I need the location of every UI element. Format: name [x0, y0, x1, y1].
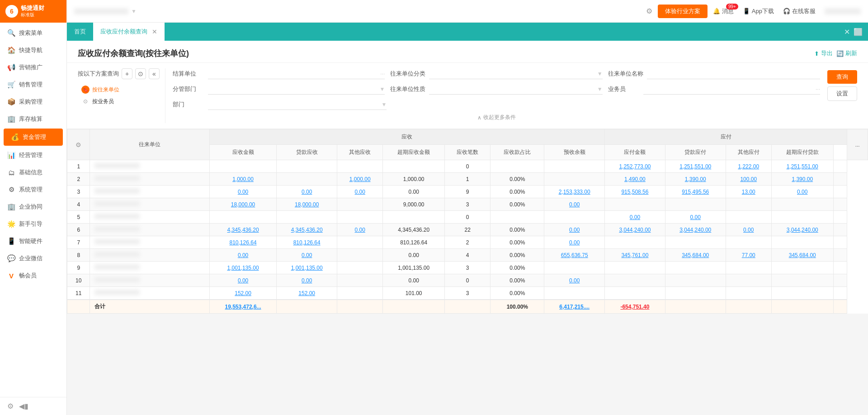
th-ar-count: 应收笔数 [444, 145, 490, 160]
home-icon: 🏠 [7, 46, 15, 54]
collapse-more-btn[interactable]: ∧ 收起更多条件 [173, 112, 820, 123]
export-icon: ⬆ [814, 50, 819, 57]
sidebar-item-guide[interactable]: 🌟 新手引导 [0, 215, 66, 233]
wechat-icon: 💬 [7, 254, 15, 262]
sidebar-item-purchase[interactable]: 📦 采购管理 [0, 93, 66, 110]
th-ar-group: 应收 [209, 129, 604, 145]
guide-icon: 🌟 [7, 220, 15, 228]
tab-query[interactable]: 应收应付余额查询 ✕ [93, 23, 165, 41]
scheme-salesman-icon: ⊙ [81, 97, 90, 105]
sidebar-item-wechat[interactable]: 💬 企业微信 [0, 250, 66, 267]
filter-fields: 结算单位 ··· 往来单位分类 ▼ [173, 68, 820, 123]
edit-scheme-btn[interactable]: ⊙ [135, 68, 146, 79]
sidebar-item-basic[interactable]: 🗂 基础信息 [0, 164, 66, 181]
phone-icon: 📱 [743, 8, 750, 14]
footer-label: 合计 [90, 300, 209, 314]
add-scheme-btn[interactable]: + [122, 68, 132, 79]
sidebar-item-search[interactable]: 🔍 搜索菜单 [0, 24, 66, 42]
th-partner: 往来单位 [90, 129, 209, 160]
online-service-button[interactable]: 🎧 在线客服 [783, 7, 816, 15]
salesman-input[interactable] [643, 84, 816, 94]
th-ar-other: 其他应收 [337, 145, 383, 160]
tab-home[interactable]: 首页 [67, 23, 93, 41]
table-row: 418,000.0018,000.009,000.0030.00%0.00 [67, 198, 868, 211]
settings-bottom-icon[interactable]: ⚙ [7, 402, 14, 410]
th-ap-overdue: 超期应付贷款 [771, 145, 833, 160]
topbar-settings-icon[interactable]: ⚙ [646, 7, 652, 15]
collapse-icon[interactable]: ◀▮ [19, 402, 28, 410]
dept-manager-input[interactable] [208, 84, 379, 94]
th-prepaid: 预收余额 [544, 145, 605, 160]
data-table: ⚙ 往来单位 应收 应付 ... 应收金额 贷款应收 其他应收 超期应收金额 应… [67, 129, 868, 314]
sidebar-item-system[interactable]: ⚙ 系统管理 [0, 181, 66, 198]
footer-ap-overdue [771, 300, 833, 314]
sidebar-item-quicknav[interactable]: 🏠 快捷导航 [0, 42, 66, 59]
filter-unit-name: 往来单位名称 [608, 68, 820, 79]
table-row: 500.000.00 [67, 211, 868, 224]
unit-nature-input[interactable] [429, 84, 597, 94]
search-icon: 🔍 [7, 29, 15, 37]
content-area: 应收应付余额查询(按往来单位) ⬆ 导出 🔄 刷新 [67, 41, 868, 415]
salesman-ellipsis[interactable]: ··· [816, 86, 820, 92]
settlement-unit-input[interactable] [208, 68, 380, 79]
tab-maximize-icon[interactable]: ⬜ [854, 28, 863, 36]
promo-button[interactable]: 体验行业方案 [658, 5, 708, 18]
dept-arrow[interactable]: ▼ [381, 101, 387, 108]
page-header: 应收应付余额查询(按往来单位) ⬆ 导出 🔄 刷新 [67, 41, 868, 63]
filter-settlement-unit: 结算单位 ··· [173, 68, 385, 79]
footer-ar-amount[interactable]: 19,553,472,6... [209, 300, 276, 314]
sidebar-item-vip[interactable]: V 畅会员 [0, 267, 66, 284]
message-button[interactable]: 🔔 消息 99+ [713, 7, 734, 15]
sidebar-item-inventory[interactable]: 🏢 库存核算 [0, 110, 66, 128]
sidebar-bottom: ⚙ ◀▮ [0, 397, 66, 415]
unit-nature-arrow[interactable]: ▼ [597, 86, 603, 92]
th-settings[interactable]: ⚙ [67, 129, 90, 160]
sidebar-item-enterprise[interactable]: 🏢 企业协同 [0, 198, 66, 215]
footer-ar-overdue [383, 300, 445, 314]
footer-ar-count [444, 300, 490, 314]
page-actions: ⬆ 导出 🔄 刷新 [814, 49, 857, 57]
topbar-breadcrumb: ▼ [74, 8, 641, 14]
table-row: 91,001,135.001,001,135.001,001,135.0030.… [67, 262, 868, 274]
sidebar-item-finance[interactable]: 💰 资金管理 [4, 129, 63, 146]
tab-close-window-icon[interactable]: ✕ [844, 28, 850, 36]
filter-unit-nature: 往来单位性质 ▼ [390, 84, 602, 95]
footer-prepaid[interactable]: 6,417,215.... [544, 300, 605, 314]
dept-manager-arrow[interactable]: ▼ [379, 86, 385, 92]
footer-ar-other [337, 300, 383, 314]
table-row: 100.000.000.0000.00%0.00 [67, 274, 868, 287]
th-ar-amount: 应收金额 [209, 145, 276, 160]
dept-input[interactable] [208, 99, 381, 110]
unit-name-input[interactable] [647, 68, 820, 79]
scheme-by-unit[interactable]: 🔖 按往来单位 [78, 84, 160, 95]
app-download-button[interactable]: 📱 App下载 [743, 7, 774, 15]
filter-action-buttons: 查询 设置 [827, 68, 857, 123]
purchase-icon: 📦 [7, 98, 15, 106]
scheme-unit-icon: 🔖 [81, 86, 90, 94]
refresh-button[interactable]: 🔄 刷新 [836, 49, 857, 57]
sales-icon: 🛒 [7, 81, 15, 89]
more-scheme-btn[interactable]: « [149, 68, 160, 79]
user-avatar-area[interactable] [825, 8, 861, 14]
sidebar-item-operations[interactable]: 📊 经营管理 [0, 147, 66, 164]
vip-icon: V [7, 272, 15, 280]
unit-category-input[interactable] [429, 68, 597, 79]
topbar-right: 🔔 消息 99+ 📱 App下载 🎧 在线客服 [713, 7, 861, 15]
settlement-unit-ellipsis[interactable]: ··· [380, 71, 385, 77]
tab-close-icon[interactable]: ✕ [152, 28, 157, 35]
unit-category-arrow[interactable]: ▼ [597, 71, 603, 77]
settings-button[interactable]: 设置 [827, 86, 857, 101]
sidebar-item-hardware[interactable]: 📱 智能硬件 [0, 233, 66, 250]
sidebar-menu: 🔍 搜索菜单 🏠 快捷导航 📢 营销推广 🛒 销售管理 📦 采购管理 🏢 库存核… [0, 23, 66, 397]
th-ap-loan: 贷款应付 [665, 145, 726, 160]
query-button[interactable]: 查询 [827, 70, 857, 84]
system-icon: ⚙ [7, 186, 15, 194]
export-button[interactable]: ⬆ 导出 [814, 49, 833, 57]
scheme-by-salesman[interactable]: ⊙ 按业务员 [78, 95, 160, 107]
sidebar-item-marketing[interactable]: 📢 营销推广 [0, 59, 66, 76]
table-row: 101,252,773.001,251,551.001,222.001,251,… [67, 160, 868, 173]
footer-ap-amount[interactable]: -654,751.40 [605, 300, 665, 314]
th-ar-loan: 贷款应收 [277, 145, 337, 160]
sidebar-item-sales[interactable]: 🛒 销售管理 [0, 76, 66, 93]
bell-icon: 🔔 [713, 8, 720, 14]
